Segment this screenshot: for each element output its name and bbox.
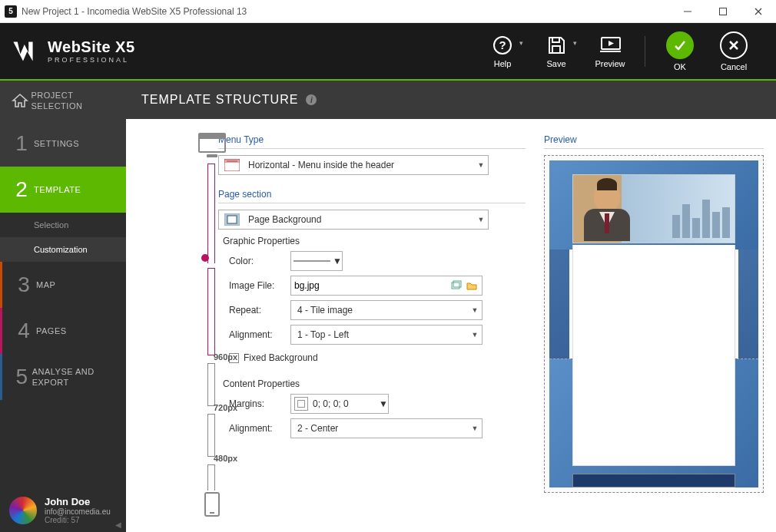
sidebar-step-analyse[interactable]: 5 ANALYSE AND EXPORT: [0, 354, 126, 400]
close-button[interactable]: [741, 0, 776, 23]
step-label: PAGES: [36, 325, 67, 336]
page-section-value: Page Background: [245, 214, 474, 225]
brand-name: WebSite X5: [48, 38, 135, 56]
sidebar-step-pages[interactable]: 4 PAGES: [0, 308, 126, 354]
color-picker[interactable]: ▼: [290, 251, 343, 271]
cancel-button[interactable]: Cancel: [707, 28, 761, 74]
repeat-label: Repeat:: [218, 305, 290, 316]
step-number: 2: [9, 177, 34, 202]
sidebar-step-map[interactable]: 3 MAP: [0, 262, 126, 308]
content-alignment-label: Alignment:: [218, 423, 290, 434]
page-section-dropdown[interactable]: Page Background ▼: [218, 210, 489, 230]
preview-page: [572, 245, 735, 466]
content-alignment-value: 2 - Center: [291, 423, 468, 434]
chevron-down-icon: ▼: [468, 331, 482, 339]
alignment-value: 1 - Top - Left: [291, 329, 468, 340]
save-icon: [546, 35, 567, 56]
svg-rect-7: [552, 46, 560, 53]
help-icon: ?: [492, 35, 513, 56]
preview-column: Preview: [529, 133, 764, 518]
help-button[interactable]: ? ▾ Help: [476, 28, 529, 74]
content-properties-label: Content Properties: [218, 377, 526, 394]
app-icon: 5: [5, 5, 17, 18]
page-title: TEMPLATE STRUCTURE: [141, 93, 298, 107]
image-file-field[interactable]: [294, 280, 448, 291]
breakpoint-label: 720px: [214, 403, 237, 412]
svg-rect-6: [552, 38, 559, 42]
preview-label: Preview: [595, 59, 625, 68]
help-label: Help: [494, 59, 512, 68]
cancel-label: Cancel: [721, 62, 747, 71]
image-file-label: Image File:: [218, 280, 290, 291]
svg-rect-17: [227, 216, 237, 223]
chevron-down-icon: ▼: [468, 425, 482, 432]
titlebar: 5 New Project 1 - Incomedia WebSite X5 P…: [0, 0, 776, 23]
image-file-input[interactable]: [290, 276, 483, 296]
step-number: 4: [12, 319, 36, 343]
sidebar-sub-customization[interactable]: Customization: [0, 237, 126, 262]
minimize-button[interactable]: [670, 0, 705, 23]
folder-open-icon[interactable]: [465, 279, 479, 292]
sidebar-step-settings[interactable]: 1 SETTINGS: [0, 121, 126, 167]
step-number: 3: [12, 273, 36, 297]
repeat-dropdown[interactable]: 4 - Tile image▼: [290, 300, 483, 320]
preview-label: Preview: [544, 133, 764, 149]
chevron-down-icon: ▼: [333, 256, 342, 266]
graphic-properties-label: Graphic Properties: [218, 234, 526, 251]
menu-type-icon: [224, 158, 240, 172]
preview-footer: [572, 474, 735, 487]
margins-input[interactable]: 0; 0; 0; 0▼: [290, 394, 389, 414]
margins-icon: [294, 397, 308, 411]
alignment-dropdown[interactable]: 1 - Top - Left▼: [290, 325, 483, 345]
preview-button[interactable]: Preview: [583, 28, 637, 74]
fixed-background-checkbox[interactable]: Fixed Background: [218, 352, 526, 363]
maximize-button[interactable]: [705, 0, 741, 23]
ok-button[interactable]: OK: [653, 28, 707, 74]
page-section-icon: [224, 213, 240, 226]
form-column: Menu Type Horizontal - Menu inside the h…: [218, 133, 526, 518]
menu-type-dropdown[interactable]: Horizontal - Menu inside the header ▼: [218, 155, 489, 175]
chevron-down-icon: ▼: [468, 306, 482, 314]
toolbar: WebSite X5 PROFESSIONAL ? ▾ Help ▾ Save …: [0, 23, 776, 81]
section-page-section: Page section: [218, 187, 526, 203]
preview-icon: [599, 35, 621, 56]
sidebar-home-label: PROJECT SELECTION: [32, 90, 117, 112]
step-number: 1: [9, 131, 34, 156]
content-alignment-dropdown[interactable]: 2 - Center▼: [290, 418, 483, 438]
phone-icon: [204, 492, 220, 517]
library-icon[interactable]: [449, 279, 463, 292]
avatar: [9, 497, 37, 524]
sidebar-home[interactable]: PROJECT SELECTION: [0, 81, 126, 121]
ok-label: OK: [674, 62, 686, 71]
menu-type-value: Horizontal - Menu inside the header: [245, 160, 474, 170]
sidebar: PROJECT SELECTION 1 SETTINGS 2 TEMPLATE …: [0, 81, 126, 532]
chevron-down-icon: ▾: [519, 39, 523, 47]
svg-text:?: ?: [499, 38, 506, 51]
user-credits: Crediti: 57: [45, 516, 111, 524]
chevron-down-icon: ▾: [573, 39, 577, 47]
alignment-label: Alignment:: [218, 329, 290, 340]
step-label: ANALYSE AND EXPORT: [32, 366, 117, 388]
breakpoint-label: 480px: [214, 454, 237, 463]
window-title: New Project 1 - Incomedia WebSite X5 Pro…: [22, 6, 247, 17]
save-label: Save: [546, 59, 565, 68]
sidebar-step-template[interactable]: 2 TEMPLATE: [0, 167, 126, 213]
check-icon: [666, 31, 694, 59]
info-icon[interactable]: i: [306, 94, 317, 105]
separator: [645, 36, 645, 67]
breakpoint-dot[interactable]: [201, 254, 209, 262]
margins-value: 0; 0; 0; 0: [311, 398, 379, 409]
brand: WebSite X5 PROFESSIONAL: [8, 36, 135, 67]
svg-marker-10: [609, 41, 614, 46]
preview-header-image: [572, 174, 735, 243]
user-name: John Doe: [45, 496, 111, 507]
cancel-icon: [720, 31, 748, 59]
sidebar-user[interactable]: John Doe info@incomedia.eu Crediti: 57: [0, 488, 126, 532]
content-header: TEMPLATE STRUCTURE i: [126, 81, 776, 119]
sidebar-sub-selection[interactable]: Selection: [0, 213, 126, 237]
breakpoint-label: 960px: [214, 352, 237, 362]
chevron-down-icon: ▼: [379, 398, 388, 409]
brand-logo-icon: [8, 36, 38, 67]
save-button[interactable]: ▾ Save: [529, 28, 583, 74]
collapse-icon[interactable]: ◀: [115, 520, 121, 529]
